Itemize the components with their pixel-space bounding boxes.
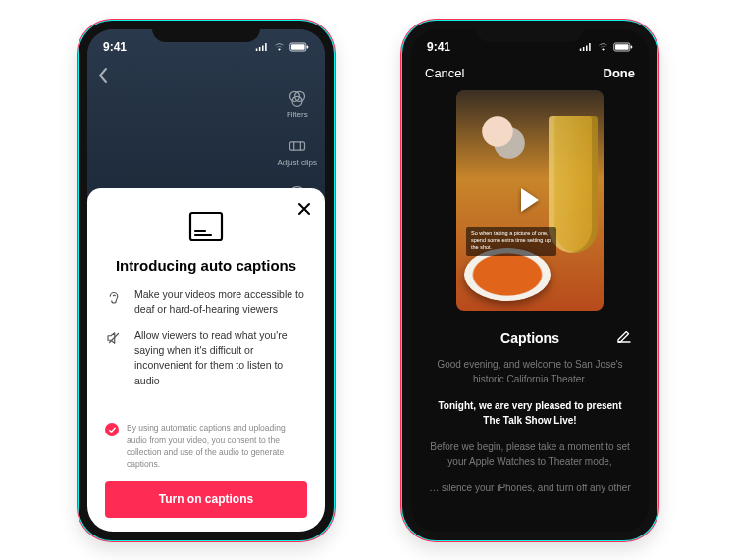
consent-check-icon — [105, 423, 119, 436]
feature-accessibility-text: Make your videos more accessible to deaf… — [134, 287, 307, 317]
consent-text: By using automatic captions and uploadin… — [127, 422, 307, 470]
filters-label: Filters — [287, 110, 308, 119]
status-time: 9:41 — [103, 40, 127, 54]
captions-hero-icon — [187, 210, 225, 247]
cancel-button[interactable]: Cancel — [425, 66, 464, 80]
notch — [152, 21, 260, 42]
transcript-line[interactable]: Before we begin, please take a moment to… — [429, 439, 631, 469]
svg-rect-12 — [615, 44, 629, 50]
turn-on-captions-button[interactable]: Turn on captions — [105, 481, 307, 518]
transcript-list[interactable]: Good evening, and welcome to San Jose's … — [411, 357, 649, 532]
consent-row: By using automatic captions and uploadin… — [105, 422, 307, 470]
feature-read-along: Allow viewers to read what you're saying… — [105, 329, 307, 388]
pencil-icon — [615, 328, 633, 345]
captions-header: Captions — [411, 324, 649, 353]
adjust-clips-label: Adjust clips — [278, 158, 317, 167]
captions-title: Captions — [500, 331, 559, 346]
signal-icon — [579, 42, 593, 52]
wifi-icon — [597, 42, 609, 52]
screen-left: 9:41 Filters Adjust clips — [87, 29, 325, 532]
battery-icon — [613, 42, 633, 52]
screen-right: 9:41 Cancel Done So when taking a pictur… — [411, 29, 649, 532]
wifi-icon — [273, 42, 286, 52]
close-button[interactable] — [295, 200, 313, 218]
video-preview[interactable]: So when taking a picture of one, spend s… — [456, 90, 604, 311]
edit-captions-button[interactable] — [615, 328, 633, 349]
status-icons — [579, 42, 633, 52]
phone-right: 9:41 Cancel Done So when taking a pictur… — [402, 21, 657, 540]
back-button[interactable] — [97, 67, 108, 88]
auto-captions-sheet: Introducing auto captions Make your vide… — [87, 188, 325, 532]
editor-side-toolbar: Filters Adjust clips — [278, 88, 317, 204]
ear-icon — [105, 287, 125, 317]
transcript-line-active[interactable]: Tonight, we are very pleased to present … — [429, 398, 631, 428]
svg-rect-6 — [289, 141, 304, 149]
preview-art-plate — [464, 248, 551, 301]
svg-rect-2 — [307, 45, 309, 48]
feature-read-along-text: Allow viewers to read what you're saying… — [134, 329, 307, 388]
overlay-caption: So when taking a picture of one, spend s… — [466, 227, 556, 255]
done-button[interactable]: Done — [604, 66, 636, 80]
status-icons — [255, 42, 309, 52]
phone-left: 9:41 Filters Adjust clips — [79, 21, 334, 540]
sheet-title: Introducing auto captions — [105, 257, 307, 274]
mute-icon — [105, 329, 125, 388]
svg-rect-1 — [291, 44, 305, 50]
transcript-line[interactable]: Good evening, and welcome to San Jose's … — [429, 357, 631, 386]
feature-accessibility: Make your videos more accessible to deaf… — [105, 287, 307, 317]
captions-editor-nav: Cancel Done — [411, 59, 649, 88]
filters-tool[interactable]: Filters — [287, 88, 308, 119]
adjust-clips-icon — [288, 136, 307, 156]
preview-art-hand — [474, 108, 533, 167]
svg-rect-13 — [631, 45, 633, 48]
filters-icon — [288, 88, 307, 108]
transcript-line[interactable]: … silence your iPhones, and turn off any… — [429, 481, 631, 495]
adjust-clips-tool[interactable]: Adjust clips — [278, 136, 317, 167]
status-time: 9:41 — [427, 40, 450, 54]
notch — [476, 21, 584, 42]
battery-icon — [289, 42, 309, 52]
signal-icon — [255, 42, 269, 52]
close-icon — [295, 200, 313, 218]
play-button[interactable] — [521, 188, 539, 212]
